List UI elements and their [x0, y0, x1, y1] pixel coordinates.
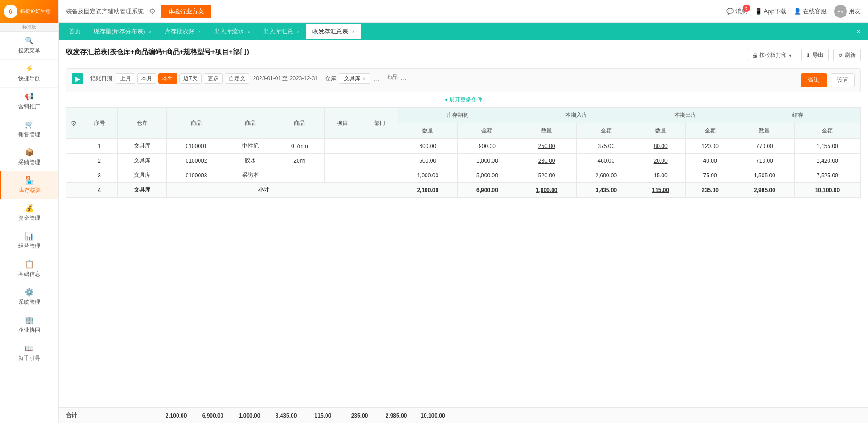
row-out-qty[interactable]: 15.00 — [636, 168, 686, 183]
row-num: 1 — [81, 139, 118, 154]
sidebar-item-purchase[interactable]: 📦 采购管理 — [0, 143, 58, 171]
online-service-label: 在线客服 — [803, 7, 827, 16]
query-btn[interactable]: 查询 — [801, 73, 827, 87]
print-btn[interactable]: 🖨 按模板打印 ▾ — [747, 49, 796, 61]
sidebar-item-basic[interactable]: 📋 基础信息 — [0, 255, 58, 283]
trial-btn[interactable]: 体验行业方案 — [161, 5, 211, 18]
row-bal-qty: 770.00 — [735, 139, 795, 154]
tab-inout-flow-close[interactable]: × — [248, 29, 250, 34]
col-opening-group: 库存期初 — [398, 108, 517, 123]
col-goods-name-header: 商品 — [226, 108, 275, 139]
row-bal-qty: 710.00 — [735, 154, 795, 168]
sidebar-item-marketing[interactable]: 📢 营销推广 — [0, 88, 58, 115]
row-open-qty: 600.00 — [398, 139, 458, 154]
subtotal-num: 4 — [81, 183, 118, 198]
tab-inout-flow[interactable]: 出入库流水 × — [208, 24, 257, 39]
subtotal-out-qty[interactable]: 115.00 — [636, 183, 686, 198]
row-in-qty[interactable]: 520.00 — [517, 168, 576, 183]
system-title: 装备及固定资产辅助管理系统 — [66, 7, 144, 16]
refresh-btn[interactable]: ↺ 刷新 — [833, 49, 861, 61]
sidebar-item-guide[interactable]: 📖 新手引导 — [0, 339, 58, 367]
goods-label: 商品 — [387, 73, 398, 81]
filter-expand-btn[interactable]: ▶ — [72, 73, 83, 84]
sidebar-item-label: 库存核算 — [19, 187, 41, 194]
sidebar-item-finance[interactable]: 💰 资金管理 — [0, 199, 58, 227]
tab-batch[interactable]: 库存批次账 × — [158, 24, 207, 39]
row-dept — [361, 168, 398, 183]
user-menu[interactable]: Ea 用友 — [834, 5, 861, 18]
table-settings-icon[interactable]: ⚙ — [71, 120, 77, 127]
date-btn-last-month[interactable]: 上月 — [116, 73, 135, 84]
date-btn-custom[interactable]: 自定义 — [225, 73, 249, 84]
row-warehouse: 文具库 — [118, 154, 166, 168]
date-btn-this-year[interactable]: 本年 — [158, 73, 177, 84]
date-btn-more[interactable]: 更多 — [204, 73, 223, 84]
row-warehouse: 文具库 — [118, 168, 166, 183]
tab-inout-summary[interactable]: 出入库汇总 × — [257, 24, 306, 39]
tab-home[interactable]: 首页 — [62, 24, 87, 39]
total-open-qty: 2,100.00 — [158, 412, 194, 419]
table-container: ⚙ 序号 仓库 商品 商品 商品 项目 部门 库存期初 本期入库 本期出库 结存 — [66, 107, 861, 198]
warehouse-tag-close[interactable]: × — [362, 76, 365, 82]
sidebar-item-label: 搜索菜单 — [18, 47, 40, 55]
app-download-btn[interactable]: 📱 App下载 — [755, 7, 786, 16]
row-goods-spec — [275, 168, 324, 183]
row-in-amount: 460.00 — [576, 154, 636, 168]
row-out-qty[interactable]: 20.00 — [636, 154, 686, 168]
sidebar-item-label: 营销推广 — [18, 103, 40, 110]
online-service-btn[interactable]: 👤 在线客服 — [794, 7, 827, 16]
marketing-icon: 📢 — [25, 92, 34, 101]
row-goods-name: 中性笔 — [226, 139, 275, 154]
goods-more-btn[interactable]: ... — [400, 74, 406, 81]
topbar-left: 装备及固定资产辅助管理系统 ⚙ 体验行业方案 — [66, 5, 211, 18]
expand-conditions-btn[interactable]: ▾ 展开更多条件 — [66, 96, 861, 104]
row-num: 3 — [81, 168, 118, 183]
subtotal-open-qty: 2,100.00 — [398, 183, 458, 198]
subtotal-bal-amount: 10,100.00 — [794, 183, 860, 198]
warehouse-more-btn[interactable]: ... — [373, 75, 379, 82]
sidebar-item-quick[interactable]: ⚡ 快捷导航 — [0, 60, 58, 88]
sidebar-item-business[interactable]: 📊 经营管理 — [0, 227, 58, 255]
subtotal-in-qty[interactable]: 1,000.00 — [517, 183, 576, 198]
filter-settings-btn[interactable]: 设置 — [831, 73, 855, 87]
search-icon: 🔍 — [25, 36, 34, 45]
row-out-qty[interactable]: 80.00 — [636, 139, 686, 154]
col-in-group: 本期入库 — [517, 108, 636, 123]
tab-collect-summary-close[interactable]: × — [352, 29, 354, 34]
row-dept — [361, 154, 398, 168]
date-btn-7days[interactable]: 近7天 — [179, 73, 202, 84]
warehouse-tag[interactable]: 文具库 × — [339, 73, 370, 84]
print-icon: 🖨 — [752, 52, 757, 59]
settings-icon[interactable]: ⚙ — [149, 7, 155, 16]
tab-stock[interactable]: 现存量(库存分布表) × — [87, 24, 158, 39]
export-btn[interactable]: ⬇ 导出 — [801, 49, 829, 61]
row-goods-code: 0100002 — [166, 154, 226, 168]
subtotal-settings — [66, 183, 81, 198]
subtotal-bal-qty: 2,985.00 — [735, 183, 795, 198]
sidebar-item-sales[interactable]: 🛒 销售管理 — [0, 115, 58, 143]
tab-batch-close[interactable]: × — [198, 29, 201, 34]
basic-icon: 📋 — [25, 260, 34, 269]
business-icon: 📊 — [25, 232, 34, 241]
row-out-amount: 120.00 — [686, 139, 735, 154]
row-goods-name: 采访本 — [226, 168, 275, 183]
tab-collect-summary[interactable]: 收发存汇总表 × — [306, 24, 361, 39]
total-label: 合计 — [66, 412, 158, 419]
sidebar-item-label: 快捷导航 — [18, 75, 40, 82]
total-out-amount: 235.00 — [341, 412, 378, 419]
sidebar-item-search[interactable]: 🔍 搜索菜单 — [0, 32, 58, 60]
finance-icon: 💰 — [25, 204, 34, 213]
sidebar-item-system[interactable]: ⚙️ 系统管理 — [0, 283, 58, 311]
row-project — [324, 139, 361, 154]
message-btn[interactable]: 💬 消息 6 — [726, 7, 747, 16]
date-btn-this-month[interactable]: 本月 — [137, 73, 156, 84]
tab-stock-close[interactable]: × — [149, 29, 152, 34]
tabbar-close-all[interactable]: × — [853, 26, 864, 38]
row-in-qty[interactable]: 230.00 — [517, 154, 576, 168]
col-warehouse-header: 仓库 — [118, 108, 166, 139]
row-in-qty[interactable]: 250.00 — [517, 139, 576, 154]
sales-icon: 🛒 — [25, 120, 34, 129]
sidebar-item-inventory[interactable]: 🏪 库存核算 — [0, 171, 58, 199]
tab-inout-summary-close[interactable]: × — [297, 29, 299, 34]
sidebar-item-corp[interactable]: 🏢 企业协同 — [0, 311, 58, 339]
